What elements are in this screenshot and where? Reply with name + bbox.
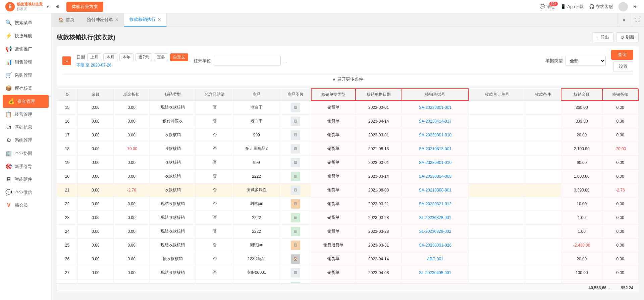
tab-maximize-btn[interactable]: ⛶ [631,13,644,27]
partner-input[interactable] [214,56,281,66]
docno-link[interactable]: ABC-001 [427,257,443,261]
date-this-year[interactable]: 本年 [119,53,133,61]
th-settings[interactable]: ⚙ [57,89,77,100]
tab-receipt[interactable]: 收款核销执行 ✕ [124,13,167,27]
export-button[interactable]: ↑ 导出 [593,32,614,42]
sidebar-item-hardware[interactable]: 🖥 智能硬件 [0,173,51,186]
cell-product: 测试jun [233,238,280,252]
docno-link[interactable]: SA-20210808-001 [419,188,451,192]
date-this-month[interactable]: 本月 [103,53,117,61]
sidebar-item-wechat[interactable]: 💬 企业微信 [0,186,51,199]
cell-condition [525,169,561,183]
date-last-month[interactable]: 上月 [87,53,101,61]
sidebar-item-inventory[interactable]: 📦 库存核算 [0,82,51,95]
table-container[interactable]: ⚙ 余额 现金折扣 核销类型 包含已结清 商品 商品图片 核销单据类型 核销单据… [57,88,639,283]
cell-docdate: 2023-03-21 [356,197,402,211]
sidebar-item-quicknav[interactable]: ⚡ 快捷导航 [0,29,51,42]
docno-link[interactable]: SL-20230328-002 [419,229,451,234]
tab-home[interactable]: 🏠 首页 [52,13,82,27]
doctype-select[interactable]: 全部 销货单 销货退货单 [566,56,606,66]
cell-discount: 0.00 [114,280,150,283]
app-dropdown[interactable]: ▾ [47,4,49,9]
sidebar: 🔍 搜索菜单 ⚡ 快捷导航 📢 营销推广 📊 销售管理 🛒 采购管理 📦 库存核… [0,13,52,300]
sidebar-item-finance[interactable]: 💰 资金管理 [3,95,49,108]
cell-settled: 否 [196,169,233,183]
docno-link[interactable]: SL-20230328-001 [419,215,451,220]
sidebar-item-purchase[interactable]: 🛒 采购管理 [0,69,51,82]
refresh-button[interactable]: ↺ 刷新 [616,32,639,42]
sidebar-item-sales[interactable]: 📊 销售管理 [0,55,51,69]
industry-button[interactable]: 体验行业方案 [66,2,103,12]
query-button[interactable]: 查询 [611,50,633,60]
date-7days[interactable]: 近7天 [136,53,152,61]
column-settings-icon[interactable]: ⚙ [65,92,69,97]
docno-link[interactable]: SA-20230301-010 [419,160,451,165]
docno-link[interactable]: SA-20230314-008 [419,174,451,179]
cell-doctype: 销货单 [311,224,356,238]
sidebar-item-newbie[interactable]: 🎯 新手引导 [0,160,51,173]
cell-docdate: 2023-03-14 [356,169,402,183]
cell-no: 20 [57,169,77,183]
cell-settled: 否 [196,128,233,142]
cell-settled: 否 [196,156,233,169]
date-custom[interactable]: 自定义 [170,53,188,61]
docno-link[interactable]: SA-20230301-010 [419,133,451,137]
content-area: 🏠 首页 预付冲应付单 ✕ 收款核销执行 ✕ ✕ ⛶ 收款核销执行(按收款) [52,13,644,300]
sidebar-item-marketing[interactable]: 📢 营销推广 [0,42,51,55]
cell-balance: 0.00 [77,100,113,114]
online-service-button[interactable]: 🎧 在线客服 [589,4,613,10]
cell-amount: 333.00 [561,114,602,128]
inventory-icon: 📦 [5,85,12,91]
sidebar-item-business[interactable]: 📋 经营管理 [0,108,51,121]
cell-balance: 0.00 [77,183,113,197]
cell-product: 测试多属性 [233,183,280,197]
wechat-icon: 💬 [5,189,12,196]
settings-button[interactable]: 设置 [613,61,633,72]
filter-collapse-btn[interactable]: » [62,56,71,65]
cell-amount: 20.00 [561,252,602,266]
sidebar-item-basic[interactable]: 🗂 基础信息 [0,121,51,134]
expand-filter-btn[interactable]: ∨ 展开更多条件 [62,75,633,84]
sidebar-item-member[interactable]: V 畅会员 [0,199,51,212]
doctype-label: 单据类型 [545,58,563,64]
sidebar-label-search: 搜索菜单 [15,20,32,26]
docno-link[interactable]: SL-20230408-001 [419,270,451,275]
tab-prepay[interactable]: 预付冲应付单 ✕ [82,13,124,27]
cell-balance: 0.00 [77,224,113,238]
cell-orderid [469,100,525,114]
cell-docno: SL-20230328-001 [402,211,469,224]
cell-type: 现结收款核销 [150,100,196,114]
sidebar-item-company[interactable]: 🏢 企业协同 [0,147,51,160]
message-button[interactable]: 💬 消息 99+ [540,4,555,10]
tab-prepay-close[interactable]: ✕ [115,17,118,22]
cell-type: 收款核销 [150,156,196,169]
date-more[interactable]: 更多 [154,53,168,61]
docno-link[interactable]: SA-20210813-001 [419,146,451,151]
tab-receipt-close[interactable]: ✕ [158,17,161,22]
table-row: 25 0.00 0.00 现结收款核销 否 测试jun 🖼 销货退货单 2023… [57,238,638,252]
finance-icon: 💰 [8,98,15,104]
docno-link[interactable]: SA-20230414-017 [419,119,451,124]
cell-type: 现结收款核销 [150,280,196,283]
cell-type: 现结收款核销 [150,197,196,211]
sidebar-item-system[interactable]: ⚙ 系统管理 [0,134,51,147]
cell-amount: 100.00 [561,266,602,280]
cell-amount: 100.00 [561,280,602,283]
cell-writeoff: 0.00 [602,266,638,280]
cell-writeoff: 0.00 [602,238,638,252]
docno-link[interactable]: SA-20230331-026 [419,243,451,248]
sidebar-item-search[interactable]: 🔍 搜索菜单 [0,16,51,29]
logo-area: 6 畅捷通谁好生意 标准版 [5,2,43,11]
docno-link[interactable]: SA-20230321-012 [419,202,451,206]
tab-prepay-label: 预付冲应付单 [87,17,113,23]
settings-icon[interactable]: ⚙ [53,2,62,11]
th-discount: 现金折扣 [114,89,150,100]
cell-docno: SA-20230331-026 [402,238,469,252]
cell-type: 收款核销 [150,142,196,156]
app-download-button[interactable]: 📱 App下载 [560,4,584,10]
cell-no: 21 [57,183,77,197]
user-avatar[interactable] [619,2,628,11]
tab-close-btn[interactable]: ✕ [617,13,631,27]
cell-no: 27 [57,266,77,280]
docno-link[interactable]: SA-20230301-001 [419,105,451,110]
